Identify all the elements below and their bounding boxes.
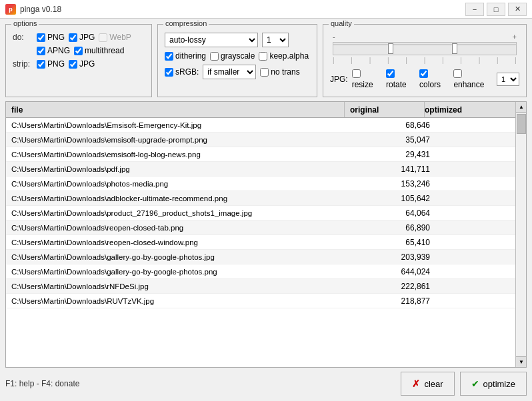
original-cell: 153,246 bbox=[355, 177, 435, 191]
colors-text: colors bbox=[419, 80, 441, 89]
minimize-button[interactable]: − bbox=[465, 3, 484, 16]
table-row[interactable]: C:\Users\Martin\Downloads\Emsisoft-Emerg… bbox=[6, 118, 515, 133]
file-cell: C:\Users\Martin\Downloads\emsisoft-upgra… bbox=[6, 133, 355, 147]
quality-panel: quality - + ||||||||||| JPG: bbox=[323, 24, 527, 97]
file-cell: C:\Users\Martin\Downloads\photos-media.p… bbox=[6, 177, 355, 191]
png-label: PNG bbox=[47, 33, 65, 42]
webp-checkbox-label[interactable]: WebP bbox=[99, 33, 131, 42]
compression-level-select[interactable]: 1 2 3 4 5 bbox=[262, 33, 289, 47]
srgb-select[interactable]: if smaller always never bbox=[203, 65, 256, 79]
dithering-label[interactable]: dithering bbox=[165, 51, 206, 61]
file-cell: C:\Users\Martin\Downloads\adblocker-ulti… bbox=[6, 191, 355, 205]
strip-row: strip: PNG JPG bbox=[13, 59, 145, 69]
clear-button[interactable]: ✗ clear bbox=[401, 372, 454, 396]
jpg-checkbox-label[interactable]: JPG bbox=[69, 33, 95, 42]
original-cell: 68,646 bbox=[355, 118, 435, 132]
no-trans-checkbox[interactable] bbox=[260, 68, 269, 77]
png-checkbox[interactable] bbox=[37, 33, 45, 42]
table-row[interactable]: C:\Users\Martin\Downloads\photos-media.p… bbox=[6, 177, 515, 191]
optimize-button[interactable]: ✔ optimize bbox=[460, 372, 527, 396]
file-cell: C:\Users\Martin\Downloads\Emsisoft-Emerg… bbox=[6, 118, 355, 132]
table-row[interactable]: C:\Users\Martin\Downloads\pdf.jpg141,711 bbox=[6, 162, 515, 177]
table-row[interactable]: C:\Users\Martin\Downloads\gallery-go-by-… bbox=[6, 250, 515, 264]
strip-jpg-checkbox[interactable] bbox=[69, 60, 77, 69]
grayscale-checkbox[interactable] bbox=[210, 52, 219, 61]
jpg-label: JPG bbox=[79, 33, 95, 42]
original-cell: 65,410 bbox=[355, 235, 435, 249]
optimized-cell bbox=[435, 235, 515, 249]
enhance-label[interactable]: enhance bbox=[453, 69, 492, 89]
png-checkbox-label[interactable]: PNG bbox=[37, 33, 65, 42]
close-button[interactable]: ✕ bbox=[508, 3, 527, 16]
optimized-cell bbox=[435, 294, 515, 308]
grayscale-label[interactable]: grayscale bbox=[210, 51, 255, 61]
multithread-checkbox-label[interactable]: multithread bbox=[74, 46, 124, 55]
title-bar-controls: − □ ✕ bbox=[465, 3, 527, 16]
strip-jpg-checkbox-label[interactable]: JPG bbox=[69, 59, 95, 69]
enhance-text: enhance bbox=[453, 80, 484, 89]
dithering-checkbox[interactable] bbox=[165, 52, 173, 61]
resize-label[interactable]: resize bbox=[352, 69, 382, 89]
dithering-row: dithering grayscale keep.alpha bbox=[165, 51, 310, 61]
no-trans-text: no trans bbox=[271, 67, 299, 77]
multithread-label: multithread bbox=[85, 46, 124, 55]
original-cell: 222,861 bbox=[355, 279, 435, 293]
resize-checkbox[interactable] bbox=[352, 69, 361, 78]
optimize-icon: ✔ bbox=[471, 378, 479, 389]
scroll-down-button[interactable]: ▼ bbox=[516, 356, 527, 367]
strip-png-checkbox-label[interactable]: PNG bbox=[37, 59, 65, 69]
app-icon: p bbox=[5, 4, 16, 15]
webp-checkbox[interactable] bbox=[99, 33, 107, 42]
srgb-checkbox-label[interactable]: sRGB: bbox=[165, 67, 199, 77]
table-row[interactable]: C:\Users\Martin\Downloads\reopen-closed-… bbox=[6, 235, 515, 250]
scroll-thumb[interactable] bbox=[517, 114, 526, 134]
original-cell: 64,064 bbox=[355, 206, 435, 220]
options-panel: options do: PNG JPG WebP bbox=[5, 24, 152, 97]
rotate-label[interactable]: rotate bbox=[386, 69, 415, 89]
apng-checkbox[interactable] bbox=[37, 47, 45, 55]
table-row[interactable]: C:\Users\Martin\Downloads\emsisoft-upgra… bbox=[6, 133, 515, 147]
optimized-cell bbox=[435, 279, 515, 293]
srgb-checkbox[interactable] bbox=[165, 68, 173, 77]
keep-alpha-label[interactable]: keep.alpha bbox=[259, 51, 309, 61]
compression-mode-select[interactable]: auto-lossy auto-lossless lossy lossless bbox=[165, 33, 258, 47]
table-row[interactable]: C:\Users\Martin\Downloads\product_27196_… bbox=[6, 206, 515, 220]
optimized-cell bbox=[435, 264, 515, 278]
file-cell: C:\Users\Martin\Downloads\emsisoft-log-b… bbox=[6, 147, 355, 161]
file-cell: C:\Users\Martin\Downloads\reopen-closed-… bbox=[6, 235, 355, 249]
jpg-checkbox[interactable] bbox=[69, 33, 77, 42]
table-row[interactable]: C:\Users\Martin\Downloads\gallery-go-by-… bbox=[6, 264, 515, 279]
file-cell: C:\Users\Martin\Downloads\reopen-closed-… bbox=[6, 220, 355, 234]
optimized-cell bbox=[435, 147, 515, 161]
rotate-checkbox[interactable] bbox=[386, 69, 395, 78]
options-panel-title: options bbox=[11, 19, 39, 27]
colors-checkbox[interactable] bbox=[419, 69, 428, 78]
apng-checkbox-label[interactable]: APNG bbox=[37, 46, 70, 55]
strip-png-checkbox[interactable] bbox=[37, 60, 45, 69]
multithread-checkbox[interactable] bbox=[74, 47, 83, 55]
keep-alpha-checkbox[interactable] bbox=[259, 52, 267, 61]
colors-label[interactable]: colors bbox=[419, 69, 449, 89]
table-row[interactable]: C:\Users\Martin\Downloads\adblocker-ulti… bbox=[6, 191, 515, 206]
table-row[interactable]: C:\Users\Martin\Downloads\emsisoft-log-b… bbox=[6, 147, 515, 162]
window-title: pinga v0.18 bbox=[20, 5, 61, 14]
table-row[interactable]: C:\Users\Martin\Downloads\reopen-closed-… bbox=[6, 220, 515, 235]
file-header: file bbox=[6, 102, 345, 117]
enhance-select[interactable]: 1 2 3 bbox=[497, 73, 519, 86]
table-row[interactable]: C:\Users\Martin\Downloads\RUVTzVK.jpg218… bbox=[6, 294, 515, 308]
maximize-button[interactable]: □ bbox=[487, 3, 505, 16]
table-row[interactable]: C:\Users\Martin\Downloads\rNFDeSi.jpg222… bbox=[6, 279, 515, 294]
original-cell: 35,047 bbox=[355, 133, 435, 147]
optimized-cell bbox=[435, 206, 515, 220]
clear-icon: ✗ bbox=[412, 378, 420, 389]
original-cell: 141,711 bbox=[355, 162, 435, 176]
enhance-checkbox[interactable] bbox=[453, 69, 462, 78]
no-trans-label[interactable]: no trans bbox=[260, 67, 299, 77]
compression-mode-row: auto-lossy auto-lossless lossy lossless … bbox=[165, 33, 310, 47]
original-cell: 644,024 bbox=[355, 264, 435, 278]
scroll-up-button[interactable]: ▲ bbox=[516, 102, 527, 113]
original-cell: 203,939 bbox=[355, 250, 435, 264]
compression-panel-title: compression bbox=[163, 19, 209, 27]
strip-png-label: PNG bbox=[47, 59, 65, 69]
scrollbar[interactable]: ▲ ▼ bbox=[515, 102, 526, 367]
